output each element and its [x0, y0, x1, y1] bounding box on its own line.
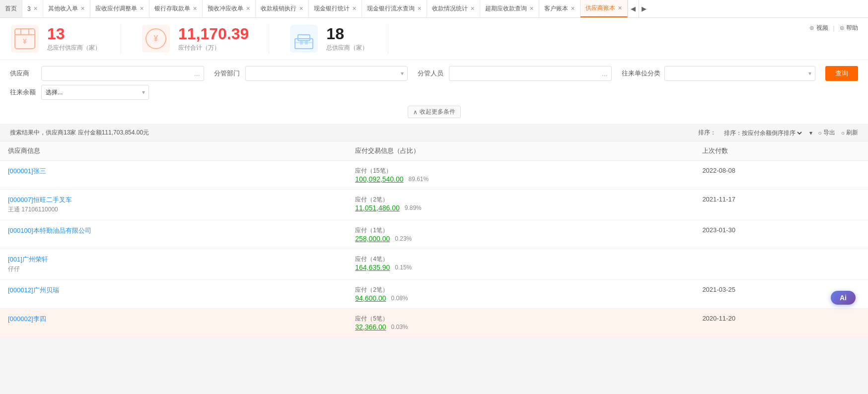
tx-info-cell: 应付（15笔）100,092,540.0089.61%: [347, 161, 694, 190]
results-actions: 排序： 排序：按应付余额倒序排序 ▾ ○ 导出 ○ 刷新: [698, 129, 859, 137]
tx-percent: 0.23%: [395, 235, 412, 242]
close-tab-bank[interactable]: ✕: [193, 5, 197, 12]
tx-amount[interactable]: 94,600.00: [355, 294, 386, 302]
tx-amount[interactable]: 100,092,540.00: [355, 175, 403, 183]
sort-chevron-down-icon: ▾: [809, 130, 812, 136]
tx-amount[interactable]: 164,635.90: [355, 263, 390, 271]
supplier-sub-info: 仔仔: [8, 265, 339, 273]
tx-label: 应付（1笔）: [355, 226, 686, 235]
close-tab-overdue[interactable]: ✕: [529, 5, 534, 12]
dept-label: 分管部门: [214, 69, 241, 78]
supplier-table: 供应商信息 应付交易信息（占比） 上次付数 [000001]张三应付（15笔）1…: [0, 141, 868, 337]
supplier-field: 供应商 ...: [10, 66, 204, 81]
supplier-link[interactable]: [000002]李四: [8, 315, 46, 323]
last-payment-date: 2021-03-25: [702, 286, 735, 293]
person-dots-icon[interactable]: ...: [602, 69, 608, 77]
table-header-row: 供应商信息 应付交易信息（占比） 上次付数: [0, 141, 868, 161]
results-text: 搜索结果中，供应商13家 应付金额111,703,854.00元: [10, 129, 149, 137]
close-tab-adjustment[interactable]: ✕: [140, 5, 144, 12]
close-tab-other-income[interactable]: ✕: [80, 5, 85, 12]
nav-tab-other-income[interactable]: 其他收入单 ✕: [43, 0, 90, 17]
stat-card-payable-suppliers: ¥ 13 总应付供应商（家）: [10, 24, 121, 54]
close-tab-cash-flow[interactable]: ✕: [417, 5, 422, 12]
last-payment-cell: 2021-11-17: [694, 190, 868, 220]
balance-field: 往来余额 选择... ▾: [10, 85, 149, 100]
balance-label: 往来余额: [10, 88, 37, 97]
supplier-input[interactable]: [41, 66, 204, 81]
supplier-link[interactable]: [000007]恒旺二手叉车: [8, 196, 72, 203]
collapse-up-icon: ∧: [413, 109, 418, 116]
video-link[interactable]: ⊙ 视频: [809, 24, 828, 32]
tx-percent: 0.15%: [395, 264, 412, 271]
close-tab-supplier-ledger[interactable]: ✕: [618, 5, 622, 11]
tx-amount[interactable]: 258,000.00: [355, 235, 390, 243]
supplier-info-cell: [001]广州荣轩仔仔: [0, 249, 347, 280]
table-row: [000002]李四应付（5笔）32,366.000.03%2020-11-20: [0, 309, 868, 337]
nav-tab-overdue[interactable]: 超期应收款查询 ✕: [480, 0, 539, 17]
close-tab-3[interactable]: ✕: [33, 5, 38, 12]
close-tab-receipt-stats[interactable]: ✕: [470, 5, 475, 12]
export-icon: ○: [818, 130, 822, 136]
total-suppliers-icon: [289, 24, 319, 54]
nav-tab-3[interactable]: 3 ✕: [22, 0, 43, 17]
export-link[interactable]: ○ 导出: [818, 129, 835, 137]
nav-tab-receipt-stats[interactable]: 收款情况统计 ✕: [427, 0, 480, 17]
nav-tab-cash-flow[interactable]: 现金银行流水查询 ✕: [362, 0, 427, 17]
nav-tab-home[interactable]: 首页: [0, 0, 22, 17]
ai-badge[interactable]: Ai: [831, 291, 856, 305]
tx-label: 应付（5笔）: [355, 315, 686, 323]
header-actions: ⊙ 视频 | ⊙ 帮助: [809, 24, 858, 32]
last-payment-date: 2023-01-30: [702, 226, 735, 234]
nav-tab-bank[interactable]: 银行存取款单 ✕: [149, 0, 203, 17]
close-tab-prepay[interactable]: ✕: [246, 5, 250, 12]
search-row-1: 供应商 ... 分管部门 ▾ 分管人员 ... 往来单位分类: [10, 66, 858, 81]
nav-tab-supplier-ledger[interactable]: 供应商账本 ✕: [580, 0, 628, 17]
nav-tab-verify[interactable]: 收款核销执行 ✕: [256, 0, 309, 17]
supplier-link[interactable]: [000100]本特勤油品有限公司: [8, 227, 91, 234]
help-link[interactable]: ⊙ 帮助: [840, 24, 858, 32]
dept-select[interactable]: [245, 66, 408, 81]
person-input-wrap: ...: [449, 66, 612, 81]
close-tab-verify[interactable]: ✕: [299, 5, 303, 12]
collapse-button[interactable]: ∧ 收起更多条件: [408, 106, 461, 118]
supplier-link[interactable]: [000001]张三: [8, 167, 46, 175]
supplier-dots-icon[interactable]: ...: [194, 69, 200, 77]
nav-tab-prepay[interactable]: 预收冲应收单 ✕: [203, 0, 256, 17]
supplier-link[interactable]: [000012]广州贝瑞: [8, 286, 59, 294]
tx-info-cell: 应付（4笔）164,635.900.15%: [347, 249, 694, 280]
nav-tab-customer-ledger[interactable]: 客户账本 ✕: [539, 0, 580, 17]
dept-field: 分管部门 ▾: [214, 66, 408, 81]
col-last-payment: 上次付数: [694, 141, 868, 161]
query-button[interactable]: 查询: [825, 66, 858, 81]
stat-info-total-suppliers: 18 总供应商（家）: [326, 25, 368, 52]
person-input[interactable]: [449, 66, 612, 81]
category-select[interactable]: [664, 66, 816, 81]
total-suppliers-number: 18: [326, 25, 368, 43]
nav-tab-cash-stats[interactable]: 现金银行统计 ✕: [309, 0, 362, 17]
balance-select-wrap: 选择... ▾: [41, 85, 149, 100]
nav-tab-adjustment[interactable]: 应收应付调整单 ✕: [90, 0, 149, 17]
data-table-wrap: 供应商信息 应付交易信息（占比） 上次付数 [000001]张三应付（15笔）1…: [0, 141, 868, 337]
tx-amount[interactable]: 32,366.00: [355, 323, 386, 331]
tx-info-cell: 应付（1笔）258,000.000.23%: [347, 220, 694, 249]
tx-amount[interactable]: 11,051,486.00: [355, 204, 400, 212]
sort-select[interactable]: 排序：按应付余额倒序排序: [722, 129, 803, 137]
balance-select[interactable]: 选择...: [41, 85, 149, 100]
video-icon: ⊙: [809, 24, 814, 31]
last-payment-date: 2020-11-20: [702, 315, 735, 322]
tx-info-cell: 应付（2笔）11,051,486.009.89%: [347, 190, 694, 220]
tx-percent: 0.03%: [391, 324, 408, 330]
nav-prev-arrow[interactable]: ◀: [628, 0, 639, 17]
supplier-link[interactable]: [001]广州荣轩: [8, 256, 48, 263]
refresh-link[interactable]: ○ 刷新: [841, 129, 858, 137]
category-field: 往来单位分类 ▾: [622, 66, 816, 81]
search-row-2: 往来余额 选择... ▾: [10, 85, 858, 100]
close-tab-cash-stats[interactable]: ✕: [352, 5, 357, 12]
close-tab-customer-ledger[interactable]: ✕: [571, 5, 575, 12]
supplier-info-cell: [000100]本特勤油品有限公司: [0, 220, 347, 249]
help-icon: ⊙: [840, 24, 845, 31]
supplier-info-cell: [000007]恒旺二手叉车王通 17106110000: [0, 190, 347, 220]
nav-next-arrow[interactable]: ▶: [639, 0, 650, 17]
svg-text:¥: ¥: [154, 34, 158, 43]
table-row: [000001]张三应付（15笔）100,092,540.0089.61%202…: [0, 161, 868, 190]
